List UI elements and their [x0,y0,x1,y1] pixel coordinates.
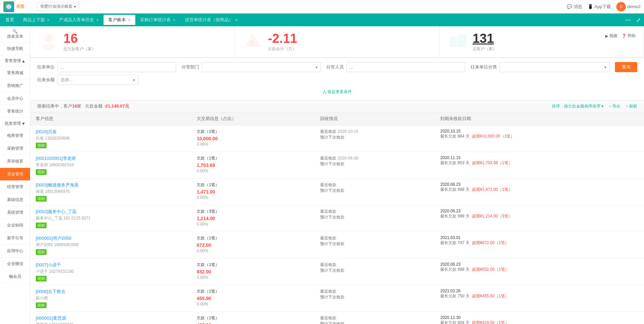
tab-inbound-stats-close[interactable]: ✕ [235,18,238,22]
customer-sub-info: 用户2050 18665062050 [36,242,186,248]
customer-tag: 现销 [36,196,47,202]
tab-inbound-stats[interactable]: 进货单统计表（按商品） ✕ [180,15,243,25]
sidebar-item-member-plan[interactable]: 畅会员 [0,270,30,283]
stat-card-3-actions: ▶ 视频 ❓ 帮助 [605,32,636,39]
sidebar-item-operations[interactable]: 经营管理 [0,181,30,194]
owe-info-cell: 欠款（1笔） 652.00 0.00% [191,259,315,285]
filter-unit-type-select[interactable]: ▾ [500,62,610,72]
avatar: D [616,2,626,11]
tab-expand-btn[interactable]: ⤢ [634,16,643,24]
message-btn[interactable]: 💬 消息 [567,4,582,10]
overdue-amount-link[interactable]: 超期¥652.00（1笔） [472,267,509,272]
customer-name-link[interactable]: [0007]小进千 [36,262,186,268]
customer-tag: 现销 [36,143,47,148]
owe-amount: 1,471.00 [197,189,309,195]
customer-name-link[interactable]: [000001]黄思源 [36,315,186,321]
stat-card-owe-amount: ¥ -2.11 欠款合计（万） [235,26,439,57]
tab-production-close[interactable]: ✕ [96,18,99,22]
filter-unit-input[interactable]: ... [57,62,176,72]
tab-products[interactable]: 商品上下架 ✕ [18,15,54,25]
overdue-amount-link[interactable]: 超期¥455.90（1笔） [472,294,509,298]
overdue-amount-link[interactable]: 超期¥1,471.00（1笔） [472,187,512,192]
tab-purchase-order[interactable]: 采购订单统计表 ✕ [135,15,180,25]
filter-dept-select[interactable]: ▾ [202,62,320,72]
sidebar-item-marketing[interactable]: 营销推广 [0,80,30,92]
customer-name-link[interactable]: [0016]吕俊 [36,129,186,135]
tab-customer-account[interactable]: 客户账本 ✕ [104,15,135,25]
tab-products-close[interactable]: ✕ [47,18,50,22]
sidebar-item-enterprise-collab[interactable]: 企业协同 [0,219,30,232]
arrow-icon-2: ▼ [22,121,26,126]
tab-collapse-btn[interactable]: — [623,16,633,24]
sidebar-item-quick-nav[interactable]: 快捷导航 [0,42,30,55]
sidebar-item-system[interactable]: 系统管理 [0,206,30,219]
last-collect: 最近收款 [320,289,429,294]
export-btn[interactable]: ○ 导出 [609,104,620,109]
stats-bar: 16 总欠款客户（家） ¥ -2.11 欠款合计（万） [30,26,644,58]
owe-info-cell: 欠款（1笔） 1,471.00 0.00% [191,179,315,205]
tab-customer-account-close[interactable]: ✕ [128,18,131,22]
overdue-amount-link[interactable]: 超期¥1,703.68（1笔） [472,160,512,165]
overdue-amount-link[interactable]: 超期¥1,214.00（3笔） [472,214,512,218]
filter-balance-label: 往来余额 [37,77,55,83]
sidebar-item-ecommerce[interactable]: 电商管理 [0,129,30,142]
help-btn[interactable]: ❓ 帮助 [621,33,636,39]
sidebar-item-finance[interactable]: 资金管理 [0,168,30,181]
overdue-amount-link[interactable]: 超期¥429.00（1笔） [472,320,509,324]
due-date: 2021.03.01 [440,235,639,240]
overdue-days: 最长欠款 998 天 超期¥652.00（1笔） [440,267,639,272]
sidebar-search[interactable]: 🔍 搜索菜单 [0,26,30,42]
sidebar-item-app-center[interactable]: 应用中心 [0,245,30,258]
stat-label-owe-customers: 总欠款客户（家） [63,46,96,52]
sidebar-item-retail-store[interactable]: 零售商城 [0,67,30,80]
sidebar-item-retail-mgmt[interactable]: 零售管理 ▲ [0,55,30,67]
customer-info-cell: [0003]畅捷服务尹海蒸 海蒸 18513066976 现销 [30,179,191,205]
sidebar-item-enterprise-wechat[interactable]: 企业微信 [0,258,30,270]
collapse-filter-btn[interactable]: ⋀ 收起更多条件 [38,89,636,95]
table-row: [000002]用户2050 用户2050 18665062050 现销 欠款（… [30,232,644,259]
stat-icon-amount: ¥ [243,32,263,52]
due-date: 2020.10.15 [440,129,639,134]
collection-cell: 最近收款 预计下次收款 [315,179,435,205]
svg-rect-6 [458,34,466,47]
app-download-btn[interactable]: 📱 App下载 [588,4,611,10]
customer-name-link[interactable]: [0002]服务中心_丁磊 [36,209,186,215]
sidebar-item-inventory[interactable]: 库存核算 [0,155,30,168]
customer-name-link[interactable]: [000002]用户2050 [36,235,186,241]
sidebar-item-retail-stats[interactable]: 零售统计 [0,105,30,118]
tab-purchase-order-close[interactable]: ✕ [173,18,175,22]
industry-selector[interactable]: 母婴行业演示账套 ▾ [37,2,79,11]
owe-count: 欠款（1笔） [197,155,309,161]
sidebar-item-member[interactable]: 会员中心 [0,92,30,105]
next-collect: 预计下次收款 [320,321,429,324]
next-collect: 预计下次收款 [320,188,429,194]
results-actions: 排序：按欠款金额倒序排序 ▾ ○ 导出 ○ 刷新 [552,104,638,109]
filter-balance-select[interactable]: 选择... ▾ [57,75,138,85]
owe-amount: 672.00 [197,242,309,248]
th-customer-info: 客户信息 [30,112,191,125]
table-row: [0006]去下粮仓 陈小册 现销 欠款（1笔） 455.90 0.00% 最近… [30,285,644,312]
customer-name-link[interactable]: [0001020001]李老师 [36,155,186,161]
overdue-amount-link[interactable]: 超期¥10,000.00（1笔） [472,134,515,139]
customer-name-link[interactable]: [0006]去下粮仓 [36,289,186,295]
customer-tag: 现销 [36,249,47,255]
sidebar-item-new-guide[interactable]: 新手引导 [0,232,30,245]
customer-sub-info: 黄思源 13552700226 [36,322,186,324]
owe-amount: 429.00 [197,322,309,324]
collection-cell: 最近收款 2020-06-30 预计下次收款 [315,152,435,179]
overdue-days: 最长欠款 884 天 超期¥10,000.00（1笔） [440,134,639,139]
tab-production[interactable]: 产成品入库单历史 ✕ [54,15,104,25]
overdue-amount-link[interactable]: 超期¥672.00（1笔） [472,240,509,245]
filter-person-input[interactable]: ... [346,62,465,72]
tab-home[interactable]: 首页 [1,15,18,25]
refresh-btn[interactable]: ○ 刷新 [626,104,637,109]
sort-select[interactable]: 排序：按欠款金额倒序排序 ▾ [552,104,604,109]
customer-name-link[interactable]: [0003]畅捷服务尹海蒸 [36,182,186,188]
search-button[interactable]: 查询 [615,62,637,72]
sidebar-item-purchase[interactable]: 采购管理 [0,142,30,155]
filter-row-2: 往来余额 选择... ▾ [37,75,637,85]
video-btn[interactable]: ▶ 视频 [605,33,617,39]
user-menu[interactable]: D demo2 [616,2,641,11]
sidebar-item-batch-mgmt[interactable]: 批发管理 ▼ [0,118,30,129]
sidebar-item-basic-info[interactable]: 基础信息 [0,194,30,206]
